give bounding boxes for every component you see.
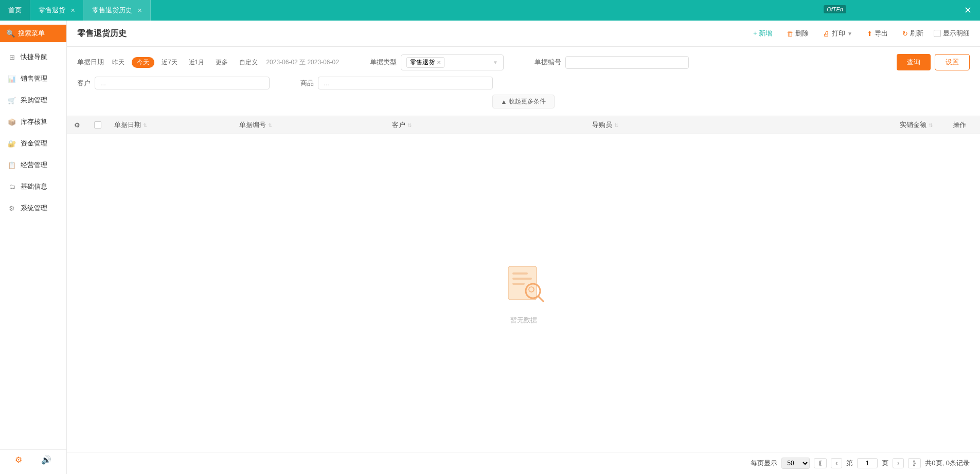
tab-retail-return-history-label: 零售退货历史	[92, 6, 132, 15]
tab-retail-return-history-close[interactable]: ✕	[137, 7, 142, 14]
page-title: 零售退货历史	[77, 28, 127, 39]
type-select-dropdown[interactable]: 零售退货 ✕ ▼	[401, 54, 504, 70]
th-date-label: 单据日期	[114, 120, 141, 130]
sidebar-item-finance-label: 资金管理	[21, 139, 47, 148]
date-btn-custom[interactable]: 自定义	[235, 57, 262, 68]
tab-retail-return-history[interactable]: 零售退货历史 ✕	[84, 0, 151, 21]
svg-rect-3	[512, 283, 525, 285]
th-docno[interactable]: 单据编号 ⇅	[233, 120, 386, 130]
th-docno-label: 单据编号	[239, 120, 266, 130]
th-checkbox[interactable]	[87, 121, 108, 129]
customer-ellipsis: ...	[100, 79, 106, 87]
th-guide-label: 导购员	[592, 120, 612, 130]
page-next-button[interactable]: ›	[893, 458, 904, 468]
refresh-button[interactable]: ↻ 刷新	[898, 27, 928, 40]
date-range-display: 2023-06-02 至 2023-06-02	[266, 58, 338, 67]
sidebar-item-business[interactable]: 📋 经营管理	[0, 154, 66, 176]
docno-input[interactable]	[565, 56, 689, 69]
sidebar-item-business-label: 经营管理	[21, 160, 47, 170]
gear-icon[interactable]: ⚙	[15, 455, 22, 465]
goods-filter-item: 商品 ...	[300, 77, 493, 89]
print-label: 打印	[832, 29, 845, 38]
page-label-after: 页	[882, 459, 888, 468]
filter-row-2: 客户 ... 商品 ...	[77, 77, 970, 89]
sidebar-item-basicinfo-label: 基础信息	[21, 182, 47, 191]
th-settings[interactable]: ⚙	[67, 121, 87, 129]
select-all-checkbox[interactable]	[94, 121, 101, 129]
th-guide-sort-icon: ⇅	[614, 122, 618, 128]
tab-home[interactable]: 首页	[0, 0, 30, 21]
sidebar-item-basicinfo[interactable]: 🗂 基础信息	[0, 176, 66, 197]
page-number-input[interactable]	[857, 458, 878, 468]
volume-icon[interactable]: 🔊	[41, 455, 51, 465]
filter-row-1: 单据日期 昨天 今天 近7天 近1月 更多 自定义 2023-06-02 至 2…	[77, 54, 970, 70]
date-btn-today[interactable]: 今天	[132, 57, 154, 68]
sidebar-item-quicknav-label: 快捷导航	[21, 52, 47, 62]
sidebar-item-sales-label: 销售管理	[21, 74, 47, 83]
svg-line-5	[538, 296, 543, 301]
sidebar-search[interactable]: 🔍 搜索菜单	[0, 25, 66, 42]
tab-retail-return-close[interactable]: ✕	[70, 7, 75, 14]
delete-label: 删除	[795, 29, 809, 38]
date-btn-7days[interactable]: 近7天	[157, 57, 182, 68]
main-content: 零售退货历史 + 新增 🗑 删除 🖨 打印 ▼ ⬆ 导出 ↻	[67, 21, 980, 474]
total-info: 共0页, 0条记录	[925, 459, 970, 468]
top-bar: 首页 零售退货 ✕ 零售退货历史 ✕ OfTEn ✕	[0, 0, 980, 21]
filter-settings-button[interactable]: 设置	[935, 54, 970, 70]
empty-text: 暂无数据	[510, 316, 537, 325]
th-amount[interactable]: 实销金额 ⇅	[833, 120, 939, 130]
print-dropdown-icon: ▼	[847, 31, 852, 37]
sidebar-item-purchase[interactable]: 🛒 采购管理	[0, 89, 66, 111]
purchase-icon: 🛒	[7, 96, 16, 105]
th-customer[interactable]: 客户 ⇅	[386, 120, 586, 130]
sidebar-item-sales[interactable]: 📊 销售管理	[0, 68, 66, 89]
print-button[interactable]: 🖨 打印 ▼	[819, 27, 857, 40]
delete-button[interactable]: 🗑 删除	[782, 27, 813, 40]
sidebar-bottom: ⚙ 🔊	[0, 449, 66, 470]
date-btn-yesterday[interactable]: 昨天	[108, 57, 129, 68]
goods-input[interactable]: ...	[318, 77, 493, 89]
sidebar-item-inventory-label: 库存核算	[21, 117, 47, 126]
page-prev-button[interactable]: ‹	[831, 458, 842, 468]
sidebar-item-finance[interactable]: 🔐 资金管理	[0, 133, 66, 154]
sidebar-item-quicknav[interactable]: ⊞ 快捷导航	[0, 46, 66, 68]
th-guide[interactable]: 导购员 ⇅	[586, 120, 739, 130]
page-size-select[interactable]: 50 10 20 100	[781, 458, 810, 469]
page-header: 零售退货历史 + 新增 🗑 删除 🖨 打印 ▼ ⬆ 导出 ↻	[67, 21, 980, 47]
sidebar-item-inventory[interactable]: 📦 库存核算	[0, 111, 66, 133]
type-tag-close[interactable]: ✕	[437, 60, 441, 65]
date-filter-item: 单据日期 昨天 今天 近7天 近1月 更多 自定义 2023-06-02 至 2…	[77, 57, 339, 68]
date-btn-more[interactable]: 更多	[211, 57, 232, 68]
date-filter-label: 单据日期	[77, 58, 104, 67]
add-button[interactable]: + 新增	[749, 27, 776, 40]
page-size-label: 每页显示	[751, 459, 777, 468]
delete-icon: 🗑	[787, 30, 793, 38]
th-date[interactable]: 单据日期 ⇅	[108, 120, 233, 130]
page-last-button[interactable]: ⟫	[908, 458, 921, 468]
svg-point-6	[529, 287, 534, 292]
tab-home-label: 首页	[8, 6, 22, 15]
collapse-button[interactable]: ▲ 收起更多条件	[492, 95, 555, 108]
header-actions: + 新增 🗑 删除 🖨 打印 ▼ ⬆ 导出 ↻ 刷新	[749, 27, 970, 40]
show-detail-checkbox[interactable]	[934, 30, 941, 37]
often-tag: OfTEn	[824, 5, 846, 13]
svg-rect-2	[512, 278, 532, 280]
tab-retail-return[interactable]: 零售退货 ✕	[30, 0, 84, 21]
th-docno-sort-icon: ⇅	[268, 122, 272, 128]
customer-filter-label: 客户	[77, 79, 91, 88]
customer-input[interactable]: ...	[95, 77, 270, 89]
info-icon: 🗂	[7, 182, 16, 191]
sidebar-item-system[interactable]: ⚙ 系统管理	[0, 197, 66, 219]
export-button[interactable]: ⬆ 导出	[863, 27, 892, 40]
date-btn-1month[interactable]: 近1月	[185, 57, 209, 68]
customer-filter-item: 客户 ...	[77, 77, 270, 89]
show-detail-toggle[interactable]: 显示明细	[934, 29, 970, 38]
collapse-up-icon: ▲	[501, 98, 507, 105]
sidebar-item-purchase-label: 采购管理	[21, 96, 47, 105]
query-button[interactable]: 查询	[897, 54, 931, 70]
page-first-button[interactable]: ⟪	[814, 458, 827, 468]
finance-icon: 🔐	[7, 139, 16, 148]
search-icon: 🔍	[6, 29, 15, 38]
th-action: 操作	[939, 120, 980, 130]
window-close-button[interactable]: ✕	[956, 5, 980, 16]
